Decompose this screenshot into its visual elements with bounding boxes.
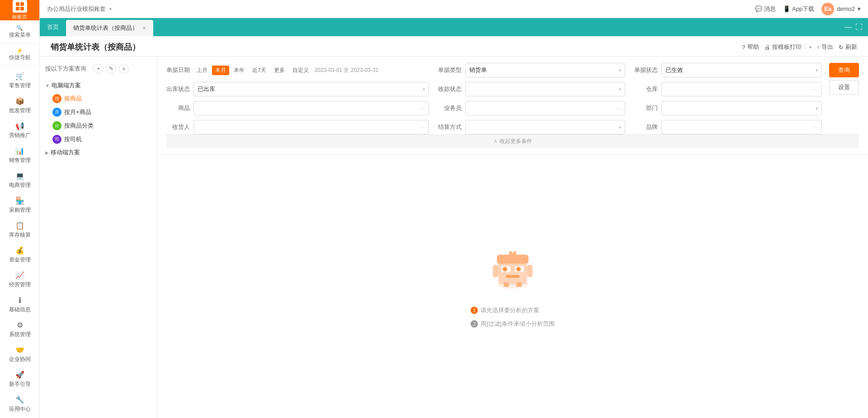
export-button[interactable]: ↑ 导出 — [817, 43, 834, 51]
appmarket-icon: 🔧 — [15, 395, 24, 404]
tab-report-label: 销货单统计表（按商品） — [73, 24, 138, 32]
filter-section: 单据日期 上月 本月 本年 近7天 更多 自定义 — [157, 57, 868, 155]
workspace-dropdown-icon[interactable]: ▾ — [109, 6, 112, 11]
print-dropdown-icon[interactable]: ▾ — [809, 45, 811, 50]
tree-child-by-tax[interactable]: 司 按司机 — [40, 133, 157, 146]
warehouse-control[interactable]: ··· — [661, 82, 822, 96]
brand-dots-icon[interactable]: ··· — [812, 124, 818, 131]
sidebar-item-basic[interactable]: ℹ 基础信息 — [0, 291, 39, 316]
by-month-product-label: 按月+商品 — [64, 108, 91, 116]
message-button[interactable]: 💬 消息 — [755, 5, 776, 13]
app-label: App下载 — [792, 5, 814, 13]
sidebar-item-wechat[interactable]: 💬 企业微信 — [0, 416, 39, 418]
doc-status-control[interactable]: 已生效 ▾ — [661, 63, 822, 77]
app-download-button[interactable]: 📱 App下载 — [783, 5, 814, 13]
finance-label: 资金管理 — [9, 256, 31, 264]
tab-close-button[interactable]: × — [142, 24, 146, 32]
sidebar-item-operations[interactable]: 📈 经营管理 — [0, 266, 39, 291]
sidebar-item-system[interactable]: ⚙ 系统管理 — [0, 316, 39, 341]
sidebar-item-sales[interactable]: 📊 销售管理 — [0, 142, 39, 167]
sidebar-item-enterprise[interactable]: 🤝 企业协同 — [0, 341, 39, 366]
svg-rect-10 — [506, 275, 519, 278]
sidebar-item-inventory[interactable]: 📋 库存核算 — [0, 217, 39, 242]
collapse-bar[interactable]: ∧ 收起更多条件 — [166, 134, 859, 148]
sidebar-item-ecommerce[interactable]: 💻 电商管理 — [0, 167, 39, 192]
sidebar-item-retail[interactable]: 🛒 零售管理 — [0, 67, 39, 92]
recipient-control[interactable]: ··· — [193, 120, 429, 134]
dept-control[interactable]: ▾ — [661, 101, 822, 115]
date-tab-last7[interactable]: 近7天 — [249, 66, 269, 75]
tab-maximize-button[interactable]: ⛶ — [855, 23, 863, 31]
by-tax-icon: 司 — [52, 135, 61, 144]
sales-label: 销售管理 — [9, 157, 31, 164]
right-content: 单据日期 上月 本月 本年 近7天 更多 自定义 — [157, 57, 868, 418]
page-actions: ? 帮助 🖨 按模板打印 ▾ ↑ 导出 ↻ 刷新 — [742, 43, 857, 51]
date-tab-this-month[interactable]: 本月 — [212, 66, 229, 75]
tree-pc-parent[interactable]: ▼ 电脑端方案 — [40, 79, 157, 92]
tab-report[interactable]: 销货单统计表（按商品） × — [66, 20, 153, 36]
sidebar-search[interactable]: 🔍 搜索菜单 — [0, 20, 39, 44]
page-content: 销货单统计表（按商品） ? 帮助 🖨 按模板打印 ▾ ↑ 导出 ↻ — [40, 36, 868, 418]
filter-row-4: 收货人 ··· 结算方式 — [166, 120, 822, 134]
help-button[interactable]: ? 帮助 — [742, 43, 759, 51]
brand-field: 品牌 ··· — [634, 120, 822, 134]
salesman-dots-icon[interactable]: ··· — [616, 104, 622, 112]
tree-child-by-category[interactable]: 分 按商品分类 — [40, 119, 157, 133]
by-product-label: 按商品 — [64, 95, 82, 103]
tree-child-by-product[interactable]: 按 按商品 — [40, 92, 157, 105]
out-status-control[interactable]: 已出库 ▾ — [193, 82, 429, 96]
sidebar-item-appmarket[interactable]: 🔧 应用中心 — [0, 391, 39, 416]
sidebar-item-marketing[interactable]: 📢 营销推广 — [0, 117, 39, 142]
date-tab-custom[interactable]: 自定义 — [289, 66, 312, 75]
date-tab-last-month[interactable]: 上月 — [193, 66, 211, 75]
tree-child-by-month-product[interactable]: 月 按月+商品 — [40, 105, 157, 119]
header-right: 💬 消息 📱 App下载 Ea demo2 ▾ — [755, 3, 861, 15]
retail-icon: 🛒 — [15, 72, 24, 81]
salesman-label: 业务员 — [438, 104, 462, 112]
wholesale-icon: 📦 — [15, 97, 24, 105]
edit-icon: ✎ — [109, 66, 113, 72]
salesman-control[interactable]: ··· — [465, 101, 626, 115]
print-button[interactable]: 🖨 按模板打印 ▾ — [764, 43, 811, 51]
date-tab-this-year[interactable]: 本年 — [231, 66, 248, 75]
recipient-dots-icon[interactable]: ··· — [420, 124, 425, 131]
system-icon: ⚙ — [17, 321, 23, 329]
collapse-icon: « — [123, 66, 126, 72]
finance-icon: 💰 — [15, 246, 24, 255]
product-dots-icon[interactable]: ··· — [420, 104, 425, 112]
export-label: 导出 — [821, 43, 833, 51]
sidebar-item-purchase[interactable]: 🏪 采购管理 — [0, 192, 39, 217]
sidebar-shortcut[interactable]: ⚡ 快捷导航 — [0, 44, 39, 66]
refresh-button[interactable]: ↻ 刷新 — [839, 43, 857, 51]
tip-text-2: 用[过滤]条件来缩小分析范围 — [481, 318, 554, 330]
product-control[interactable]: ··· — [193, 101, 429, 115]
app-logo[interactable]: 标账页 — [0, 0, 40, 20]
filter-fields-area: 单据日期 上月 本月 本年 近7天 更多 自定义 — [166, 63, 822, 134]
pay-status-control[interactable]: ▾ — [465, 82, 626, 96]
app-icon: 📱 — [783, 5, 790, 12]
recipient-label: 收货人 — [166, 123, 190, 131]
collapse-panel-button[interactable]: « — [119, 64, 129, 74]
sidebar-item-newbie[interactable]: 🚀 新手引导 — [0, 366, 39, 391]
marketing-icon: 📢 — [15, 122, 24, 130]
warehouse-dots-icon[interactable]: ··· — [812, 86, 818, 93]
tab-actions: — ⛶ — [844, 23, 868, 31]
tab-home[interactable]: 首页 — [40, 18, 66, 36]
sidebar-item-finance[interactable]: 💰 资金管理 — [0, 242, 39, 266]
sales-icon: 📊 — [15, 147, 24, 155]
logo-text: 标账页 — [12, 14, 27, 20]
settings-button[interactable]: 设置 — [829, 80, 859, 95]
msg-label: 消息 — [764, 5, 776, 13]
query-button[interactable]: 查询 — [829, 63, 859, 77]
tab-minimize-button[interactable]: — — [844, 23, 852, 31]
add-scheme-button[interactable]: + — [94, 64, 104, 74]
edit-scheme-button[interactable]: ✎ — [106, 64, 116, 74]
date-tab-more[interactable]: 更多 — [271, 66, 288, 75]
sidebar-item-wholesale[interactable]: 📦 批发管理 — [0, 92, 39, 117]
tree-mobile-parent[interactable]: ▶ 移动端方案 — [40, 146, 157, 159]
mobile-scheme-label: 移动端方案 — [51, 148, 80, 157]
settle-control[interactable]: ▾ — [465, 120, 626, 134]
doc-type-control[interactable]: 销货单 ▾ — [465, 63, 626, 77]
brand-control[interactable]: ··· — [661, 120, 822, 134]
user-info[interactable]: Ea demo2 ▾ — [821, 3, 861, 15]
